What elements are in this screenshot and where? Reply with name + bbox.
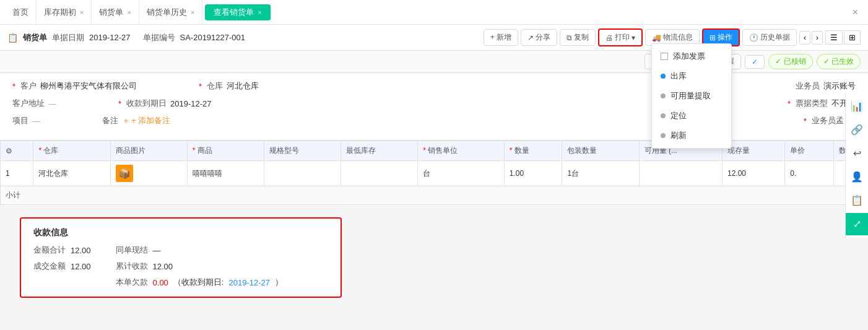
prev-button[interactable]: ‹	[799, 31, 810, 45]
refresh-dot	[661, 133, 666, 138]
view-list-button[interactable]: ☰	[825, 30, 843, 45]
effective-button[interactable]: ✓ 已生效	[817, 54, 861, 69]
tab-home[interactable]: 首页	[5, 0, 37, 24]
warehouse-field: * 仓库 河北仓库	[199, 80, 259, 92]
print-dropdown-icon: ▾	[631, 33, 635, 42]
subtotal-label: 小计	[1, 186, 868, 205]
new-button[interactable]: + 新增	[484, 29, 518, 46]
copy-icon: ⧉	[566, 33, 572, 42]
check-button[interactable]: ✓	[745, 55, 765, 69]
nav-arrows: ‹ ›	[799, 31, 823, 45]
doc-icon: 📋	[7, 33, 18, 43]
payment-box: 收款信息 金额合计 12.00 成交金额 12.00 同单现结 —	[20, 217, 342, 298]
cumulative-item: 累计收款 12.00	[116, 261, 283, 272]
share-button[interactable]: ↗ 分享	[521, 29, 557, 46]
address-field: 客户地址 —	[12, 98, 56, 109]
table-row: 1 河北仓库 📦 嘻嘻嘻嘻 台 1.00 1台 12.00 0.	[1, 161, 868, 186]
product-image: 📦	[116, 165, 133, 182]
date-value: 2019-12-27	[89, 33, 131, 42]
copy-button[interactable]: ⧉ 复制	[560, 29, 596, 46]
project-field: 项目 —	[12, 115, 40, 126]
data-table-wrapper: ⚙ * 仓库 商品图片 * 商品 规格型号 最低库存 * 销售单位 * 数量 包…	[0, 141, 868, 205]
date-label: 单据日期	[52, 32, 84, 43]
col-warehouse: * 仓库	[33, 141, 110, 161]
checked-button[interactable]: ✓ 已核销	[768, 54, 812, 69]
invoice-checkbox	[661, 53, 668, 60]
form-area: * 客户 柳州粤港平安气体有限公司 * 仓库 河北仓库 业务员 演示账号 客户地…	[0, 73, 868, 141]
menu-refresh[interactable]: 刷新	[652, 126, 731, 145]
total-amount-item: 金额合计 12.00	[33, 245, 91, 256]
share-icon: ↗	[527, 33, 534, 42]
plus-icon: ＋	[122, 115, 130, 126]
col-min-stock: 最低库存	[341, 141, 418, 161]
history-button[interactable]: 🕐 历史单据	[742, 29, 797, 46]
col-unit-price: 单价	[785, 141, 833, 161]
col-settings[interactable]: ⚙	[1, 141, 33, 161]
history-icon: 🕐	[749, 33, 758, 42]
number-value: SA-20191227-001	[180, 33, 246, 42]
col-product-img: 商品图片	[110, 141, 187, 161]
menu-outbound[interactable]: 出库	[652, 66, 731, 86]
right-icon-link[interactable]: 🔗	[846, 119, 868, 141]
menu-locate[interactable]: 定位	[652, 106, 731, 126]
tab-view-sales[interactable]: 查看销货单 ×	[205, 4, 271, 20]
number-label: 单据编号	[143, 32, 175, 43]
tab-sales-order[interactable]: 销货单 ×	[92, 0, 139, 24]
table-header: ⚙ * 仓库 商品图片 * 商品 规格型号 最低库存 * 销售单位 * 数量 包…	[1, 141, 868, 161]
table-body: 1 河北仓库 📦 嘻嘻嘻嘻 台 1.00 1台 12.00 0.	[1, 161, 868, 205]
ops-icon: ⊞	[710, 33, 716, 42]
transaction-amount-item: 成交金额 12.00	[33, 261, 91, 272]
tab-inventory-init[interactable]: 库存期初 ×	[37, 0, 92, 24]
due-date-field: * 收款到期日 2019-12-27	[118, 98, 212, 109]
row-qty: 1.00	[504, 161, 562, 186]
secondary-bar: 来自手机 未开票 ✓ ✓ 已核销 ✓ 已生效	[0, 51, 868, 73]
view-grid-button[interactable]: ⊞	[844, 30, 861, 45]
payment-section: 收款信息 金额合计 12.00 成交金额 12.00 同单现结 —	[0, 205, 868, 310]
print-button[interactable]: 🖨 打印 ▾	[598, 28, 643, 46]
right-icons-panel: 📊 🔗 ↩ 👤 📋 ⤢	[845, 93, 868, 238]
available-qty-dot	[661, 93, 666, 98]
locate-dot	[661, 113, 666, 118]
tab-inventory-init-close[interactable]: ×	[80, 9, 84, 16]
row-product: 嘻嘻嘻嘻	[187, 161, 264, 186]
row-product-img: 📦	[110, 161, 187, 186]
next-button[interactable]: ›	[812, 31, 823, 45]
row-spec	[264, 161, 341, 186]
staff-field: 业务员 演示账号	[796, 80, 856, 92]
col-pack-qty: 包装数量	[562, 141, 639, 161]
row-min-stock	[341, 161, 418, 186]
view-toggle: ☰ ⊞	[825, 30, 861, 45]
main-toolbar: 📋 销货单 单据日期 2019-12-27 单据编号 SA-20191227-0…	[0, 25, 868, 51]
data-table: ⚙ * 仓库 商品图片 * 商品 规格型号 最低库存 * 销售单位 * 数量 包…	[0, 141, 868, 205]
col-product: * 商品	[187, 141, 264, 161]
tab-bar: 首页 库存期初 × 销货单 × 销货单历史 × 查看销货单 × ×	[0, 0, 868, 25]
row-current-stock: 12.00	[723, 161, 785, 186]
print-icon: 🖨	[605, 33, 613, 42]
tab-view-sales-close[interactable]: ×	[258, 9, 261, 16]
right-icon-user[interactable]: 👤	[846, 166, 868, 188]
row-unit: 台	[418, 161, 504, 186]
right-icon-undo[interactable]: ↩	[846, 142, 868, 165]
outbound-dot	[661, 74, 666, 79]
doc-title: 销货单	[23, 32, 47, 43]
tab-sales-history-close[interactable]: ×	[191, 9, 194, 16]
product-img-icon: 📦	[118, 168, 131, 180]
menu-available-qty[interactable]: 可用量提取	[652, 86, 731, 106]
menu-add-invoice[interactable]: 添加发票	[652, 46, 731, 66]
add-note-button[interactable]: ＋ + 添加备注	[122, 115, 170, 126]
col-qty: * 数量	[504, 141, 562, 161]
right-icon-clipboard[interactable]: 📋	[846, 189, 868, 212]
customer-field: * 客户 柳州粤港平安气体有限公司	[12, 80, 137, 92]
right-icon-expand[interactable]: ⤢	[846, 213, 868, 235]
doc-info: 📋 销货单 单据日期 2019-12-27 单据编号 SA-20191227-0…	[7, 32, 253, 43]
operations-dropdown: 添加发票 出库 可用量提取 定位 刷新	[651, 43, 732, 149]
tab-sales-order-close[interactable]: ×	[127, 9, 131, 16]
right-icon-chart[interactable]: 📊	[846, 95, 868, 118]
payment-rows: 金额合计 12.00 成交金额 12.00 同单现结 — 累计收款	[33, 245, 328, 288]
tab-sales-history[interactable]: 销货单历史 ×	[139, 0, 202, 24]
window-close-button[interactable]: ×	[848, 7, 863, 18]
row-unit-price: 0.	[785, 161, 833, 186]
check-icon: ✓	[752, 58, 758, 66]
row-pack-qty: 1台	[562, 161, 639, 186]
col-unit: * 销售单位	[418, 141, 504, 161]
